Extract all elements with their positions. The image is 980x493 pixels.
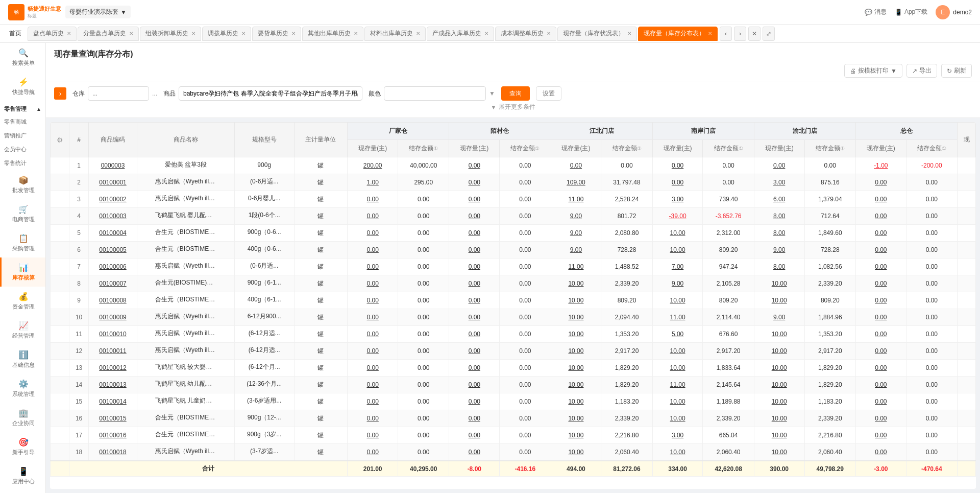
info-icon[interactable]: ① <box>739 146 743 151</box>
warehouse-ellipsis: ... <box>152 90 157 97</box>
warehouse-input[interactable] <box>88 86 149 101</box>
top-bar: 畅 畅捷通好生意 标题 母婴行业演示陈套 ▼ 💬 消息 📱 App下载 E de… <box>0 0 980 25</box>
tab-expand-btn[interactable]: ⤢ <box>763 27 775 41</box>
tab-other-out[interactable]: 其他出库单历史 ✕ <box>302 27 363 41</box>
tab-stock-sheet[interactable]: 盘点单历史 ✕ <box>28 27 77 41</box>
sidebar-item-marketing[interactable]: 营销推广 <box>0 129 45 143</box>
industry-selector[interactable]: 母婴行业演示陈套 ▼ <box>65 6 131 18</box>
tab-material-out[interactable]: 材料出库单历史 ✕ <box>364 27 426 41</box>
sidebar-item-enterprise[interactable]: 🏢 企业协同 <box>0 403 45 432</box>
table-row: 4 00100003 飞鹤星飞帆 婴儿配方奶... 1段(0-6个... 罐 0… <box>51 208 976 225</box>
tab-order[interactable]: 要货单历史 ✕ <box>252 27 301 41</box>
col-name: 商品名称 <box>137 123 235 157</box>
app-download-btn[interactable]: 📱 App下载 <box>895 8 927 16</box>
tab-dist-stock[interactable]: 分量盘点单历史 ✕ <box>78 27 139 41</box>
refresh-btn[interactable]: ↻ 刷新 <box>941 64 972 78</box>
export-icon: ↗ <box>912 67 917 75</box>
gear-icon: ⚙️ <box>18 379 29 389</box>
tab-prev-btn[interactable]: ‹ <box>720 27 732 41</box>
refresh-icon: ↻ <box>947 67 952 75</box>
avatar: E <box>936 5 950 19</box>
sidebar-item-quicknav[interactable]: ⚡ 快捷导航 <box>0 72 45 101</box>
color-input[interactable] <box>384 86 486 101</box>
tab-close-all-btn[interactable]: ✕ <box>748 27 761 41</box>
col-factory-amt: 结存金额① <box>398 140 449 157</box>
info-icon[interactable]: ① <box>433 146 438 151</box>
chevron-down-icon: ▼ <box>491 104 497 111</box>
sidebar-item-retail-mall[interactable]: 零售商城 <box>0 115 45 129</box>
message-icon: 💬 <box>865 9 872 16</box>
expand-conditions-btn[interactable]: ▼ 展开更多条件 <box>491 103 535 111</box>
sidebar-item-search[interactable]: 🔍 搜索英单 <box>0 43 45 72</box>
sidebar-item-sys[interactable]: ⚙️ 系统管理 <box>0 374 45 403</box>
user-info[interactable]: E demo2 <box>936 5 972 19</box>
top-bar-left: 畅 畅捷通好生意 标题 母婴行业演示陈套 ▼ <box>8 4 131 20</box>
sidebar-item-retail[interactable]: 零售管理 ▲ <box>0 101 45 115</box>
tab-product-in[interactable]: 产成品入库单历史 ✕ <box>427 27 494 41</box>
sidebar-item-ecom[interactable]: 🛒 电商管理 <box>0 199 45 228</box>
close-icon[interactable]: ✕ <box>191 31 195 36</box>
info-icon[interactable]: ① <box>942 146 946 151</box>
sidebar-item-appcenter[interactable]: 📱 应用中心 <box>0 461 45 490</box>
logo-text: 畅捷通好生意 <box>28 5 61 13</box>
sidebar-item-member[interactable]: 会员中心 <box>0 143 45 156</box>
col-spec: 规格型号 <box>234 123 294 157</box>
sidebar-item-wholesale[interactable]: 📦 批发管理 <box>0 170 45 199</box>
chevron-down-icon: ▼ <box>120 9 127 16</box>
close-icon[interactable]: ✕ <box>291 31 296 36</box>
search-button[interactable]: 查询 <box>501 86 530 101</box>
close-icon[interactable]: ✕ <box>129 31 133 36</box>
guide-icon: 🎯 <box>18 437 29 447</box>
tab-home[interactable]: 首页 <box>4 27 27 41</box>
table-row: 2 00100001 惠氏启赋（Wyeth illu... (0-6月适... … <box>51 174 976 191</box>
sidebar-item-stock[interactable]: 📊 库存核算 <box>0 257 45 287</box>
col-group-factory: 厂家仓 <box>348 123 449 140</box>
col-yubei-amt: 结存金额① <box>804 140 855 157</box>
settings-icon[interactable]: ⚙ <box>57 136 63 144</box>
tab-cost-adj[interactable]: 成本调整单历史 ✕ <box>495 27 556 41</box>
col-gear[interactable]: ⚙ <box>51 123 69 157</box>
sidebar-item-guide[interactable]: 🎯 新手引导 <box>0 432 45 461</box>
collapse-sidebar-btn[interactable]: › <box>54 87 66 100</box>
logo-subtitle: 标题 <box>28 13 61 19</box>
message-btn[interactable]: 💬 消息 <box>865 8 887 16</box>
sidebar-item-ops[interactable]: 📈 经营管理 <box>0 316 45 345</box>
close-icon[interactable]: ✕ <box>354 31 358 36</box>
table-row: 7 00100006 惠氏启赋（Wyeth illu... (0-6月适... … <box>51 259 976 275</box>
table-footer-row: 合计 201.00 40,295.00 -8.00 -416.16 494.00… <box>51 461 976 477</box>
col-total-amt: 结存金额① <box>906 140 957 157</box>
sidebar-item-corpwx[interactable]: 💬 企业微信 <box>0 490 45 493</box>
logo-icon: 畅 <box>8 4 24 20</box>
col-group-yubei: 渝北门店 <box>754 123 855 140</box>
col-factory-qty: 现存量(主) <box>348 140 398 157</box>
table-row: 3 00100002 惠氏启赋（Wyeth illu... 0-6月婴儿... … <box>51 191 976 208</box>
tab-allocate[interactable]: 调拨单历史 ✕ <box>202 27 251 41</box>
tab-assemble[interactable]: 组装拆卸单历史 ✕ <box>140 27 201 41</box>
close-icon[interactable]: ✕ <box>547 31 551 36</box>
sidebar-item-purchase[interactable]: 📋 采购管理 <box>0 228 45 257</box>
sidebar-item-finance[interactable]: 💰 资金管理 <box>0 287 45 316</box>
table-row: 15 00100014 飞鹤星飞帆 儿童奶粉 4... (3-6岁适用... 罐… <box>51 393 976 410</box>
warehouse-field: 仓库 ... <box>72 86 157 101</box>
print-btn[interactable]: 🖨 按模板打印 ▼ <box>844 64 902 78</box>
close-icon[interactable]: ✕ <box>627 31 631 36</box>
close-icon[interactable]: ✕ <box>484 31 488 36</box>
info-icon[interactable]: ① <box>637 146 642 151</box>
close-icon[interactable]: ✕ <box>241 31 246 36</box>
close-icon[interactable]: ✕ <box>416 31 420 36</box>
sidebar-item-retail-stats[interactable]: 零售统计 <box>0 156 45 170</box>
tab-stock-status[interactable]: 现存量（库存状况表） ✕ <box>557 27 637 41</box>
info-icon[interactable]: ① <box>840 146 845 151</box>
close-icon[interactable]: ✕ <box>708 31 712 36</box>
export-btn[interactable]: ↗ 导出 <box>906 64 937 78</box>
tab-next-btn[interactable]: › <box>734 27 746 41</box>
info-icon[interactable]: ① <box>535 146 540 151</box>
table-row: 11 00100010 惠氏启赋（Wyeth illu... (6-12月适..… <box>51 326 976 343</box>
setting-button[interactable]: 设置 <box>536 86 561 101</box>
page-title: 现存量查询(库存分布) <box>54 49 972 60</box>
col-jiangbei-amt: 结存金额① <box>601 140 652 157</box>
tab-stock-dist[interactable]: 现存量（库存分布表） ✕ <box>638 27 718 41</box>
sidebar-item-basic[interactable]: ℹ️ 基础信息 <box>0 345 45 374</box>
close-icon[interactable]: ✕ <box>67 31 71 36</box>
goods-input[interactable] <box>179 86 362 101</box>
